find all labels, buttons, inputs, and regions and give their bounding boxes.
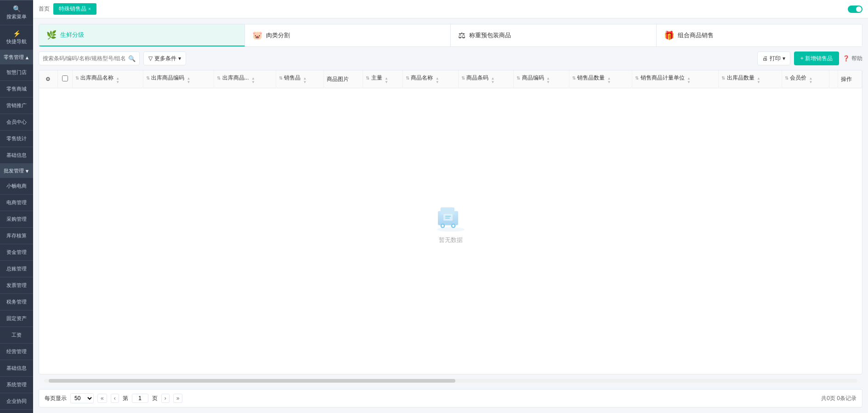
th-sales-unit[interactable]: ⇅ 销售商品计量单位 ▲▼ (632, 70, 719, 88)
search-box[interactable]: 🔍 (39, 52, 140, 65)
search-icon[interactable]: 🔍 (128, 55, 136, 62)
th-label: 操作 (841, 76, 852, 82)
sidebar-item-basic-info[interactable]: 基础信息 (0, 147, 33, 164)
sidebar-item-general-ledger[interactable]: 总账管理 (0, 261, 33, 277)
sidebar-item-retail-mgmt[interactable]: 零售管理 ▲ (0, 50, 33, 64)
sidebar-item-quick-nav[interactable]: ⚡ 快捷导航 (0, 25, 33, 50)
scrollbar-thumb[interactable] (49, 379, 455, 383)
promo-label: 营销推广 (6, 102, 27, 109)
tab-fresh-grade[interactable]: 🌿 生鲜分级 (39, 24, 245, 46)
close-tab-icon[interactable]: × (88, 6, 91, 11)
quick-nav-icon: ⚡ (13, 30, 21, 37)
sidebar-item-basic-info2[interactable]: 基础信息 (0, 360, 33, 377)
tab-meat-cut[interactable]: 🐷 肉类分割 (245, 24, 451, 46)
prev-page-button[interactable]: ‹ (111, 394, 119, 403)
retail-stats-label: 零售统计 (6, 135, 27, 142)
chevron-up-icon: ▲ (25, 55, 30, 60)
col-icon: ⇅ (366, 75, 369, 80)
topbar-active-tab[interactable]: 特殊销售品 × (53, 3, 96, 15)
sidebar-item-finance[interactable]: 资金管理 (0, 244, 33, 261)
sidebar-item-smart-store[interactable]: 智慧门店 (0, 64, 33, 81)
basic-info2-label: 基础信息 (6, 365, 27, 372)
th-checkbox[interactable] (57, 70, 72, 88)
add-sales-goods-button[interactable]: + 新增销售品 (794, 52, 839, 65)
topbar-home-link[interactable]: 首页 (39, 5, 50, 13)
data-table: ⚙ ⇅ 出库商品名称 ▲▼ ⇅ 出库商品编码 (39, 70, 862, 88)
col-icon: ⇅ (572, 75, 576, 80)
sort-icons: ▲▼ (546, 77, 550, 84)
member-label: 会员中心 (6, 119, 27, 126)
empty-state: 暂无数据 (432, 200, 469, 244)
sort-icons: ▲▼ (809, 77, 813, 84)
sidebar-item-retail-mall[interactable]: 零售商城 (0, 81, 33, 98)
tab-combo-sales[interactable]: 🎁 组合商品销售 (657, 24, 862, 46)
first-page-button[interactable]: « (97, 394, 107, 403)
page-content: 🌿 生鲜分级 🐷 肉类分割 ⚖ 称重预包装商品 🎁 组合商品销售 🔍 (33, 18, 868, 413)
basic-info-label: 基础信息 (6, 152, 27, 159)
sort-icons: ▲▼ (757, 77, 760, 84)
select-all-checkbox[interactable] (62, 75, 68, 81)
horizontal-scrollbar[interactable] (44, 379, 857, 383)
sidebar-item-promo[interactable]: 营销推广 (0, 98, 33, 114)
col-icon: ⇅ (279, 75, 283, 80)
col-icon: ⇅ (217, 75, 221, 80)
th-label: 销售品数量 (577, 75, 605, 81)
filter-button[interactable]: ▽ 更多条件 ▾ (143, 52, 186, 65)
smart-store-label: 智慧门店 (6, 69, 27, 76)
sidebar-item-salary[interactable]: 工资 (0, 327, 33, 344)
page-number-input[interactable] (132, 394, 148, 403)
col-icon: ⇅ (461, 75, 465, 80)
retail-mgmt-label: 零售管理 (4, 54, 24, 61)
sidebar-item-ecommerce[interactable]: 电商管理 (0, 195, 33, 211)
sidebar-item-sys-mgmt[interactable]: 系统管理 (0, 377, 33, 393)
th-out-qty[interactable]: ⇅ 出库品数量 ▲▼ (719, 70, 782, 88)
sidebar-item-new-guide[interactable]: 新手引导 (0, 410, 33, 413)
th-goods-barcode[interactable]: ⇅ 商品条码 ▲▼ (458, 70, 514, 88)
print-button[interactable]: 🖨 打印 ▾ (757, 52, 790, 65)
th-out-goods-code[interactable]: ⇅ 出库商品编码 ▲▼ (143, 70, 214, 88)
sidebar-item-retail-stats[interactable]: 零售统计 (0, 131, 33, 147)
col-icon: ⇅ (635, 75, 639, 80)
last-page-button[interactable]: » (173, 394, 183, 403)
per-page-select[interactable]: 50 10 20 100 (70, 393, 94, 403)
retail-mall-label: 零售商城 (6, 86, 27, 92)
th-label: 商品名称 (411, 75, 433, 81)
th-out-goods-name[interactable]: ⇅ 出库商品名称 ▲▼ (72, 70, 143, 88)
ops-mgmt-label: 经营管理 (6, 348, 27, 355)
sidebar-item-purchase[interactable]: 采购管理 (0, 211, 33, 228)
sidebar-item-batch-mgmt[interactable]: 批发管理 ▼ (0, 164, 33, 178)
sidebar-item-invoice[interactable]: 发票管理 (0, 277, 33, 294)
next-page-button[interactable]: › (161, 394, 170, 403)
sidebar-item-fixed-assets[interactable]: 固定资产 (0, 310, 33, 327)
sidebar-item-corp-agreement[interactable]: 企业协同 (0, 393, 33, 410)
topbar-tab-label: 特殊销售品 (59, 5, 86, 13)
svg-rect-8 (443, 214, 453, 220)
sidebar-item-search-menu[interactable]: 🔍 搜索菜单 (0, 0, 33, 25)
sidebar-item-mini-shop[interactable]: 小畅电商 (0, 178, 33, 195)
th-settings[interactable]: ⚙ (39, 70, 57, 88)
th-empty (829, 70, 838, 88)
filter-label: 更多条件 (154, 55, 176, 63)
th-main-unit[interactable]: ⇅ 主量 ▲▼ (363, 70, 403, 88)
sidebar-item-inventory[interactable]: 库存核算 (0, 228, 33, 244)
tab-weight-prepack[interactable]: ⚖ 称重预包装商品 (451, 24, 657, 46)
sidebar-item-ops-mgmt[interactable]: 经营管理 (0, 344, 33, 360)
table-header: ⚙ ⇅ 出库商品名称 ▲▼ ⇅ 出库商品编码 (39, 70, 862, 88)
search-input[interactable] (43, 55, 126, 62)
toolbar-right: 🖨 打印 ▾ + 新增销售品 ❓ 帮助 (757, 52, 862, 65)
th-sales-goods[interactable]: ⇅ 销售品 ▲▼ (276, 70, 323, 88)
th-goods-code[interactable]: ⇅ 商品编码 ▲▼ (514, 70, 569, 88)
th-out-goods-spec[interactable]: ⇅ 出库商品... ▲▼ (214, 70, 276, 88)
topbar-toggle[interactable] (848, 6, 862, 13)
ecommerce-label: 电商管理 (6, 199, 27, 206)
svg-point-0 (437, 227, 465, 232)
th-label: 商品编码 (522, 75, 544, 81)
help-button[interactable]: ❓ 帮助 (843, 55, 862, 63)
sidebar-item-tax[interactable]: 税务管理 (0, 294, 33, 310)
th-member-price[interactable]: ⇅ 会员价 ▲▼ (782, 70, 829, 88)
th-goods-name[interactable]: ⇅ 商品名称 ▲▼ (403, 70, 459, 88)
th-sales-qty[interactable]: ⇅ 销售品数量 ▲▼ (569, 70, 632, 88)
sidebar-item-label: 快捷导航 (6, 38, 27, 45)
col-icon: ⇅ (146, 75, 150, 80)
sidebar-item-member[interactable]: 会员中心 (0, 114, 33, 131)
